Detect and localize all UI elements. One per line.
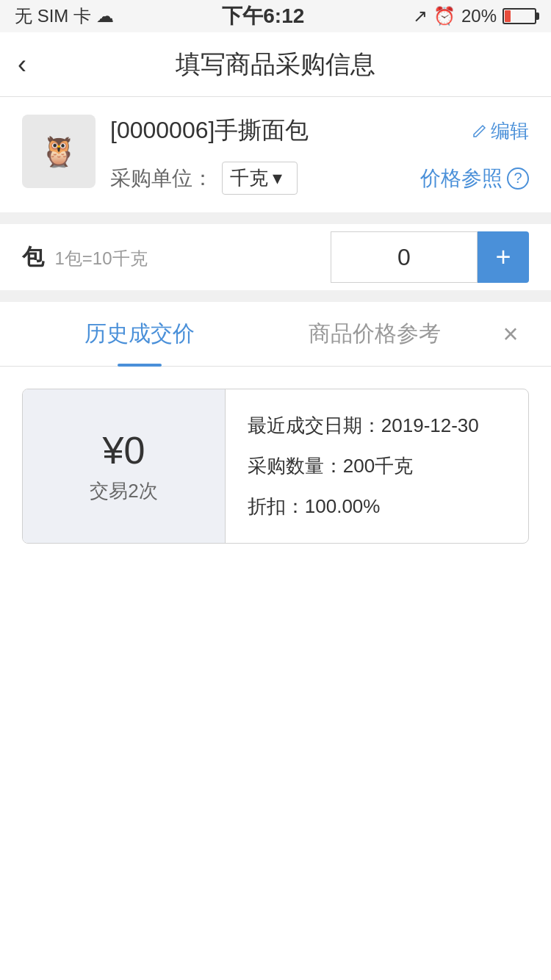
discount-row: 折扣：100.00% [248,492,506,521]
quantity-plus-button[interactable]: + [478,231,529,283]
quantity-control: 0 + [331,231,529,283]
recent-date-label: 最近成交日期： [248,414,381,436]
unit-value: 千克 [230,165,268,191]
recent-date-row: 最近成交日期：2019-12-30 [248,411,506,440]
quantity-unit-label: 包 [22,245,44,269]
help-icon: ? [507,167,529,190]
status-time: 下午6:12 [222,2,304,30]
quantity-convert-label: 1包=10千克 [54,248,147,268]
discount-label: 折扣： [248,495,305,517]
purchase-quantity-value: 200千克 [343,455,413,477]
tabs-section: 历史成交价 商品价格参考 × ¥0 交易2次 最近成交日期：2019-12-30… [0,302,551,566]
tabs-close-button[interactable]: × [492,316,529,353]
edit-icon [472,123,488,139]
tabs-header: 历史成交价 商品价格参考 × [0,302,551,367]
status-bar: 无 SIM 卡 ☁ 下午6:12 ↗ ⏰ 20% [0,0,551,32]
back-button[interactable]: ‹ [18,49,26,80]
product-section: 🦉 [0000006]手撕面包 编辑 采购单位： 千克 ▾ 价格参照 [0,97,551,212]
page-title: 填写商品采购信息 [176,48,375,82]
tab-price-ref-label: 商品价格参考 [309,319,441,349]
quantity-row: 包 1包=10千克 0 + [0,224,551,290]
section-divider [0,212,551,224]
unit-dropdown[interactable]: 千克 ▾ [222,162,298,195]
product-info: [0000006]手撕面包 编辑 采购单位： 千克 ▾ 价格参照 ? [110,115,529,195]
status-left: 无 SIM 卡 ☁ [15,4,114,28]
price-trades: 交易2次 [90,478,157,504]
price-card-container: ¥0 交易2次 最近成交日期：2019-12-30 采购数量：200千克 折扣：… [0,367,551,566]
dropdown-arrow-icon: ▾ [273,167,282,190]
location-icon: ↗ [413,6,428,26]
status-right: ↗ ⏰ 20% [413,6,536,26]
tab-history-label: 历史成交价 [84,319,195,349]
battery-percent: 20% [461,6,497,26]
page-rest [0,566,551,980]
unit-label: 采购单位： [110,165,213,192]
tab-price-reference[interactable]: 商品价格参考 [257,302,492,367]
header: ‹ 填写商品采购信息 [0,32,551,97]
battery-icon [503,8,536,24]
product-header-row: [0000006]手撕面包 编辑 [110,115,529,147]
tab-active-indicator [118,364,162,367]
tab-history-price[interactable]: 历史成交价 [22,302,257,367]
price-card-left: ¥0 交易2次 [23,389,226,543]
discount-value: 100.00% [305,495,381,517]
quantity-value: 0 [397,244,411,271]
quantity-label-area: 包 1包=10千克 [22,242,148,273]
unit-selector[interactable]: 采购单位： 千克 ▾ [110,162,298,195]
product-name: [0000006]手撕面包 [110,115,309,147]
price-card-right: 最近成交日期：2019-12-30 采购数量：200千克 折扣：100.00% [226,389,528,543]
price-card: ¥0 交易2次 最近成交日期：2019-12-30 采购数量：200千克 折扣：… [22,389,529,544]
product-thumbnail: 🦉 [22,115,96,188]
product-logo-icon: 🦉 [40,134,77,169]
edit-button[interactable]: 编辑 [472,118,529,144]
quantity-input[interactable]: 0 [331,231,478,283]
price-amount: ¥0 [102,428,145,472]
price-reference-button[interactable]: 价格参照 ? [420,165,529,192]
product-unit-row: 采购单位： 千克 ▾ 价格参照 ? [110,162,529,195]
purchase-quantity-row: 采购数量：200千克 [248,452,506,480]
recent-date-value: 2019-12-30 [381,414,479,436]
alarm-icon: ⏰ [433,6,455,26]
purchase-quantity-label: 采购数量： [248,455,343,477]
